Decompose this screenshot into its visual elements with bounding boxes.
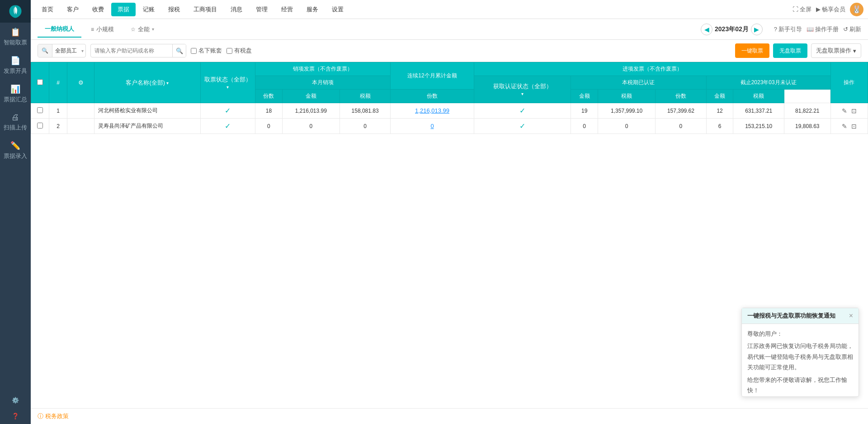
12month-link-0[interactable]: 1,216,013.99: [415, 107, 449, 114]
row-settings-1: [67, 119, 94, 134]
checkbox-account-label[interactable]: 名下账套: [191, 47, 222, 55]
invoice-entry-icon: ✏️: [10, 141, 20, 151]
table-row: 1 河北柯搭桧实业有限公司 ✓ 18 1,216,013.99 158,081.…: [31, 103, 868, 119]
th-ops: 操作: [830, 62, 868, 103]
row-status-0: ✓: [200, 103, 255, 119]
row-num-0: 1: [49, 103, 67, 119]
scan-upload-icon: 🖨: [11, 113, 19, 122]
sidebar-label-fapiaokaiju: 发票开具: [4, 67, 27, 75]
th-status: 取票状态（全部） ▾: [200, 62, 255, 103]
row-checkbox-1[interactable]: [31, 119, 49, 134]
checkbox-taxpanel-label[interactable]: 有税盘: [226, 47, 252, 55]
nav-charge[interactable]: 收费: [86, 3, 110, 16]
yijian-qupiao-btn[interactable]: 一键取票: [735, 43, 769, 58]
date-nav: ◀ 2023年02月 ▶: [701, 24, 763, 35]
settings-col-icon[interactable]: ⚙: [78, 79, 84, 86]
top-nav: 首页 客户 收费 票据 记账 报税 工商项目 消息 管理 经营 服务 设置 ⛶ …: [31, 0, 868, 19]
select-all-checkbox[interactable]: [37, 79, 43, 85]
sidebar-item-luru[interactable]: ✏️ 票据录入: [0, 136, 31, 165]
copy-icon-0[interactable]: ⊡: [851, 107, 857, 114]
th-12month: 连续12个月累计金额: [391, 62, 474, 90]
refresh-link[interactable]: ↺ 刷新: [843, 25, 861, 33]
tab-all-capable[interactable]: ☆ 全能 ▾: [123, 22, 161, 37]
tab-general-taxpayer[interactable]: 一般纳税人: [38, 21, 81, 38]
date-prev-btn[interactable]: ◀: [701, 24, 712, 35]
nav-home[interactable]: 首页: [35, 3, 60, 16]
user-avatar[interactable]: 🐰: [850, 3, 863, 16]
nav-invoice[interactable]: 票据: [111, 3, 136, 16]
search-button[interactable]: 🔍: [172, 44, 186, 57]
nav-service[interactable]: 服务: [300, 3, 325, 16]
notification-title: 一键报税与无盘取票功能恢复通知: [747, 312, 835, 320]
nav-customer[interactable]: 客户: [61, 3, 85, 16]
checkbox-account[interactable]: [191, 48, 197, 54]
cert-status-filter-icon[interactable]: ▾: [521, 91, 524, 96]
nav-operation[interactable]: 经营: [275, 3, 299, 16]
row-ops-1: ✎ ⊡: [830, 119, 868, 134]
edit-icon-0[interactable]: ✎: [842, 107, 847, 114]
sidebar-item-fapiaokaiju[interactable]: 📄 发票开具: [0, 51, 31, 80]
manual-link[interactable]: 📖 操作手册: [807, 25, 839, 33]
fullscreen-btn[interactable]: ⛶ 全屏: [793, 5, 811, 14]
notification-close-btn[interactable]: ×: [849, 312, 853, 320]
topnav-right: ⛶ 全屏 ▶ 畅享会员 🐰: [793, 3, 863, 16]
customer-filter-icon[interactable]: ▾: [166, 81, 169, 86]
tab-actions: ? 新手引导 📖 操作手册 ↺ 刷新: [774, 25, 861, 33]
guide-link[interactable]: ? 新手引导: [774, 25, 802, 33]
tax-policy-link[interactable]: ⓘ 税务政策: [38, 412, 69, 420]
checkbox-taxpanel[interactable]: [226, 48, 232, 54]
nav-message[interactable]: 消息: [224, 3, 249, 16]
employee-selector[interactable]: 🔍 全部员工 ▾: [38, 44, 86, 57]
nav-manage[interactable]: 管理: [250, 3, 274, 16]
wupan-ops-label: 无盘取票操作: [816, 47, 851, 55]
row-uncert-amount-0: 631,337.21: [733, 103, 784, 119]
row-checkbox-0[interactable]: [31, 103, 49, 119]
tab-bar: 一般纳税人 ≡ 小规模 ☆ 全能 ▾ ◀ 2023年02月 ▶ ? 新手引导: [31, 19, 868, 40]
row-customer-1: 灵寿县尚泽矿产品有限公司: [94, 119, 201, 134]
invoice-table: # ⚙ 客户名称(全部) ▾ 取票状态（全部） ▾ 销项发票（不含作废票）: [31, 62, 868, 134]
sidebar-label-luru: 票据录入: [4, 152, 27, 160]
sidebar: 📋 智能取票 📄 发票开具 📊 票据汇总 🖨 扫描上传 ✏️ 票据录入 ⚙️ ❓: [0, 0, 31, 424]
row-settings-0: [67, 103, 94, 119]
row-12month-1[interactable]: 0: [391, 119, 474, 134]
sidebar-item-settings[interactable]: ⚙️: [0, 392, 31, 408]
tab-small-scale-label: 小规模: [96, 25, 114, 33]
sidebar-item-help[interactable]: ❓: [0, 408, 31, 424]
wupan-qupiao-btn[interactable]: 无盘取票: [773, 43, 807, 58]
toolbar-right: 一键取票 无盘取票 无盘取票操作 ▾: [735, 43, 861, 58]
row-sales-tax-1: 0: [340, 119, 390, 134]
status-filter-icon[interactable]: ▾: [226, 85, 229, 90]
th-cert-tax: 税额: [598, 90, 656, 103]
edit-icon-1[interactable]: ✎: [842, 123, 847, 130]
12month-link-1[interactable]: 0: [430, 123, 434, 129]
nav-tax[interactable]: 报税: [162, 3, 186, 16]
fullscreen-icon: ⛶: [793, 6, 798, 13]
nav-settings[interactable]: 设置: [326, 3, 350, 16]
row-sales-amount-1: 0: [282, 119, 340, 134]
row-uncert-amount-1: 153,215.10: [733, 119, 784, 134]
invoice-issue-icon: 📄: [10, 56, 20, 66]
sidebar-item-saomiao[interactable]: 🖨 扫描上传: [0, 108, 31, 136]
sidebar-item-zhiduqupiao[interactable]: 📋 智能取票: [0, 23, 31, 51]
date-next-btn[interactable]: ▶: [751, 24, 763, 35]
checkbox-account-text: 名下账套: [198, 47, 222, 55]
small-scale-icon: ≡: [91, 26, 94, 33]
member-btn[interactable]: ▶ 畅享会员: [816, 5, 845, 14]
th-purchase-group: 进项发票（不含作废票）: [474, 62, 830, 76]
nav-bookkeeping[interactable]: 记账: [137, 3, 161, 16]
row-12month-0[interactable]: 1,216,013.99: [391, 103, 474, 119]
sidebar-logo[interactable]: [0, 0, 31, 23]
all-capable-icon: ☆: [131, 26, 136, 33]
search-input[interactable]: [91, 48, 172, 54]
th-this-period-cert: 本税期已认证: [571, 76, 706, 90]
th-sales-copies: 份数: [255, 90, 282, 103]
tab-small-scale[interactable]: ≡ 小规模: [84, 22, 121, 37]
copy-icon-1[interactable]: ⊡: [851, 123, 857, 130]
tab-all-capable-label: 全能: [138, 25, 150, 33]
wupan-ops-arrow: ▾: [853, 48, 856, 54]
toolbar: 🔍 全部员工 ▾ 🔍 名下账套 有税盘 一键取票 无盘取票 无盘取票操作: [31, 40, 868, 62]
sidebar-item-piaojuhuizong[interactable]: 📊 票据汇总: [0, 80, 31, 108]
row-sales-copies-1: 0: [255, 119, 282, 134]
wupan-ops-btn[interactable]: 无盘取票操作 ▾: [811, 43, 861, 58]
nav-business[interactable]: 工商项目: [187, 3, 223, 16]
